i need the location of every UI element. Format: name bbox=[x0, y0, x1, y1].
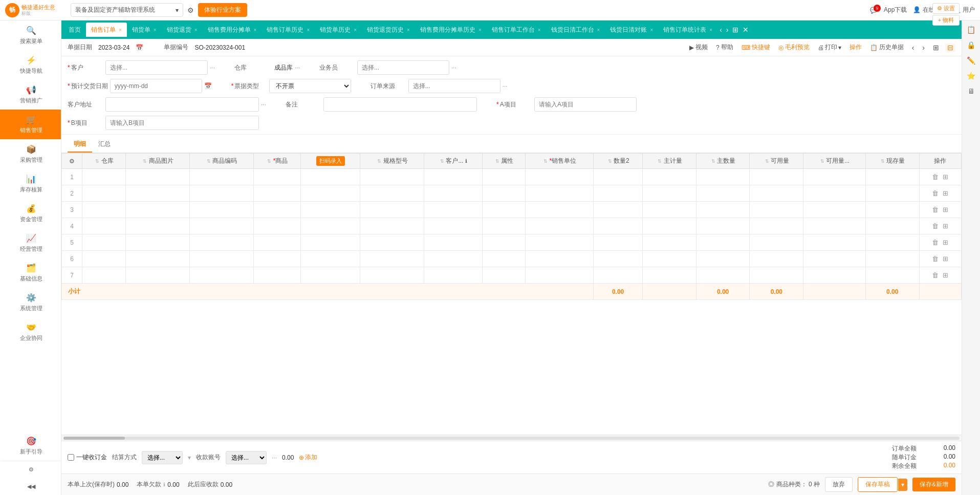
customer-input[interactable] bbox=[105, 60, 208, 75]
cell-available[interactable] bbox=[750, 267, 803, 284]
tab-sales-order[interactable]: 销售订单 × bbox=[86, 23, 127, 37]
order-source-input[interactable] bbox=[408, 79, 500, 93]
warehouse-dots[interactable]: ··· bbox=[295, 64, 300, 71]
cell-product[interactable] bbox=[253, 234, 300, 251]
cell-stock[interactable] bbox=[865, 267, 919, 284]
row-delete-btn[interactable]: 🗑 bbox=[931, 206, 940, 213]
tab-close-icon[interactable]: × bbox=[254, 27, 257, 33]
cell-spec[interactable] bbox=[360, 202, 424, 218]
bank-dots[interactable]: ··· bbox=[272, 454, 277, 461]
cell-code[interactable] bbox=[189, 169, 253, 185]
address-dots[interactable]: ··· bbox=[261, 101, 266, 108]
cell-available[interactable] bbox=[750, 218, 803, 234]
cell-main-qty[interactable] bbox=[696, 185, 750, 202]
cell-warehouse[interactable] bbox=[82, 267, 126, 284]
row-delete-btn[interactable]: 🗑 bbox=[931, 222, 940, 230]
scrollbar[interactable] bbox=[61, 435, 962, 441]
tab-expand-btn[interactable]: ⊞ bbox=[730, 26, 741, 34]
cell-attr[interactable] bbox=[482, 185, 526, 202]
cell-main-unit[interactable] bbox=[642, 169, 696, 185]
right-panel-clipboard[interactable]: 📋 bbox=[964, 23, 978, 37]
address-input[interactable] bbox=[105, 97, 259, 112]
cell-qty2[interactable] bbox=[594, 185, 643, 202]
cell-available2[interactable] bbox=[803, 185, 866, 202]
cell-unit[interactable] bbox=[526, 218, 594, 234]
operate-btn[interactable]: 操作 bbox=[847, 42, 864, 53]
save-draft-dropdown-btn[interactable]: ▾ bbox=[898, 479, 907, 491]
cell-product[interactable] bbox=[253, 218, 300, 234]
tab-order-workbench[interactable]: 销售订单工作台 × bbox=[487, 23, 546, 37]
staff-input[interactable] bbox=[357, 60, 449, 75]
row-copy-btn[interactable]: ⊞ bbox=[942, 173, 949, 181]
cell-main-unit[interactable] bbox=[642, 234, 696, 251]
tab-invoice[interactable]: 销货单 × bbox=[127, 23, 162, 37]
tab-close-all-btn[interactable]: ✕ bbox=[741, 26, 751, 34]
cell-product[interactable] bbox=[253, 185, 300, 202]
cell-main-qty[interactable] bbox=[696, 169, 750, 185]
cell-warehouse[interactable] bbox=[82, 218, 126, 234]
cell-code[interactable] bbox=[189, 218, 253, 234]
cell-available2[interactable] bbox=[803, 202, 866, 218]
cell-unit[interactable] bbox=[526, 251, 594, 267]
shortcut-btn[interactable]: ⌨ 快捷键 bbox=[739, 42, 772, 53]
cell-main-qty[interactable] bbox=[696, 234, 750, 251]
calendar2-icon[interactable]: 📅 bbox=[204, 82, 212, 90]
cell-spec[interactable] bbox=[360, 234, 424, 251]
tab-invoice-history[interactable]: 销货单历史 × bbox=[315, 23, 362, 37]
tab-close-icon[interactable]: × bbox=[154, 27, 157, 33]
a-project-input[interactable] bbox=[534, 97, 637, 112]
cell-image[interactable] bbox=[125, 251, 189, 267]
cell-attr[interactable] bbox=[482, 251, 526, 267]
cell-code[interactable] bbox=[189, 202, 253, 218]
sidebar-collapse[interactable]: ◀◀ bbox=[0, 478, 61, 495]
print-btn[interactable]: 🖨 打印 ▾ bbox=[816, 42, 843, 53]
customer-dots[interactable]: ··· bbox=[210, 64, 215, 71]
sidebar-settings[interactable]: ⚙ bbox=[0, 461, 61, 478]
cell-stock[interactable] bbox=[865, 218, 919, 234]
right-panel-edit[interactable]: ✏️ bbox=[964, 53, 978, 68]
cell-qty2[interactable] bbox=[594, 202, 643, 218]
view-btn[interactable]: ▶ 视频 bbox=[687, 42, 710, 53]
cell-image[interactable] bbox=[125, 218, 189, 234]
settings-icon[interactable]: ⚙ bbox=[187, 6, 194, 14]
cell-image[interactable] bbox=[125, 185, 189, 202]
tab-close-icon[interactable]: × bbox=[119, 27, 122, 33]
tab-sales-fee[interactable]: 销售费用分摊单 × bbox=[203, 23, 262, 37]
cell-available2[interactable] bbox=[803, 251, 866, 267]
tab-sales-return[interactable]: 销货退货 × bbox=[162, 23, 203, 37]
cell-image[interactable] bbox=[125, 267, 189, 284]
tab-summary[interactable]: 汇总 bbox=[92, 137, 117, 153]
cell-code[interactable] bbox=[189, 251, 253, 267]
col-scan[interactable]: 扫码录入 bbox=[301, 154, 360, 169]
cell-available[interactable] bbox=[750, 202, 803, 218]
cell-image[interactable] bbox=[125, 169, 189, 185]
cell-main-unit[interactable] bbox=[642, 185, 696, 202]
sidebar-item-search[interactable]: 🔍 搜索菜单 bbox=[0, 20, 61, 50]
cell-product[interactable] bbox=[253, 251, 300, 267]
one-click-label[interactable]: 一键收订金 bbox=[68, 453, 107, 462]
cell-customer-code[interactable] bbox=[424, 185, 483, 202]
right-panel-lock[interactable]: 🔒 bbox=[964, 38, 978, 52]
staff-dots[interactable]: ··· bbox=[451, 64, 456, 71]
remark-input[interactable] bbox=[323, 97, 477, 112]
ticket-select[interactable]: 不开票 bbox=[269, 79, 351, 93]
tab-close-icon[interactable]: × bbox=[478, 27, 482, 33]
cell-main-unit[interactable] bbox=[642, 251, 696, 267]
cell-available[interactable] bbox=[750, 234, 803, 251]
form-grid-btn[interactable]: ⊞ bbox=[931, 44, 941, 52]
tab-close-icon[interactable]: × bbox=[538, 27, 541, 33]
cell-attr[interactable] bbox=[482, 202, 526, 218]
help-btn[interactable]: ? 帮助 bbox=[714, 42, 735, 53]
cell-spec[interactable] bbox=[360, 185, 424, 202]
cell-unit[interactable] bbox=[526, 267, 594, 284]
tab-close-icon[interactable]: × bbox=[709, 27, 712, 33]
tab-daily-workbench[interactable]: 钱货日清工作台 × bbox=[546, 23, 605, 37]
cell-customer-code[interactable] bbox=[424, 251, 483, 267]
cell-stock[interactable] bbox=[865, 234, 919, 251]
tab-fee-history[interactable]: 销售费用分摊单历史 × bbox=[415, 23, 487, 37]
cell-unit[interactable] bbox=[526, 185, 594, 202]
form-prev-btn[interactable]: ‹ bbox=[910, 44, 917, 52]
right-panel-screen[interactable]: 🖥 bbox=[964, 84, 978, 98]
cell-warehouse[interactable] bbox=[82, 234, 126, 251]
tab-close-icon[interactable]: × bbox=[194, 27, 198, 33]
